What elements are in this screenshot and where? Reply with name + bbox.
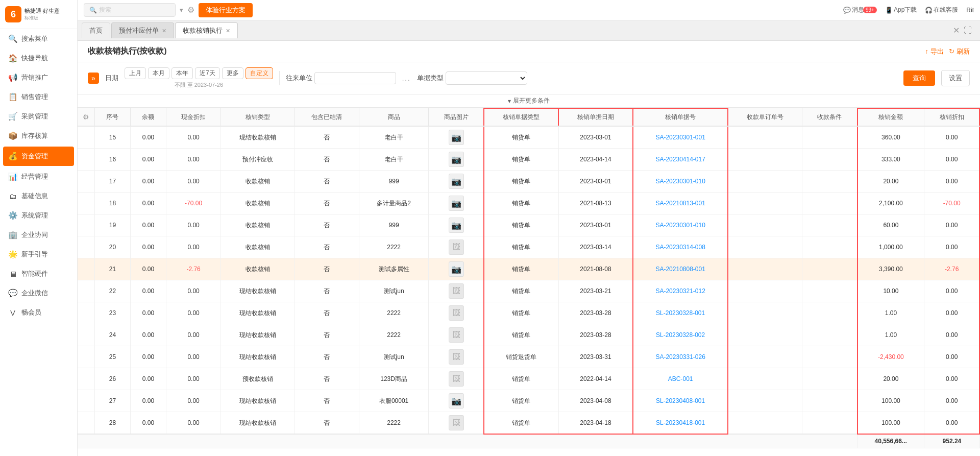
- sidebar-item-finance[interactable]: 💰 资金管理: [3, 147, 74, 166]
- table-row[interactable]: 27 0.00 0.00 现结收款核销 否 衣服00001 📷 销货单 2023…: [78, 390, 979, 412]
- sidebar-item-marketing[interactable]: 📢 营销推广: [0, 68, 77, 87]
- table-row[interactable]: 26 0.00 0.00 预收款核销 否 123D商品 🖼 销货单 2022-0…: [78, 368, 979, 390]
- cell-bill-report-no[interactable]: SA-20230301-010: [633, 214, 728, 236]
- table-row[interactable]: 24 0.00 0.00 现结收款核销 否 2222 🖼 销货单 2023-03…: [78, 324, 979, 346]
- date-this-year[interactable]: 本年: [172, 67, 193, 79]
- cell-bill-report-no[interactable]: SL-20230408-001: [633, 390, 728, 412]
- bill-report-no-link[interactable]: SA-20210808-001: [655, 266, 705, 273]
- filter-expand-btn[interactable]: »: [88, 73, 99, 84]
- refresh-btn[interactable]: ↻ 刷新: [949, 47, 970, 56]
- cell-bill-report-no[interactable]: SA-20230321-012: [633, 280, 728, 302]
- bill-report-no-link[interactable]: SA-20230321-012: [655, 287, 705, 295]
- cell-bill-report-no[interactable]: SA-20230414-017: [633, 149, 728, 171]
- counterpart-input[interactable]: [314, 72, 396, 84]
- bill-report-no-link[interactable]: SA-20230414-017: [655, 156, 705, 163]
- bill-report-no-link[interactable]: SA-20230301-001: [655, 134, 705, 141]
- cell-bill-report-no[interactable]: SA-20230301-001: [633, 126, 728, 149]
- table-row[interactable]: 20 0.00 0.00 收款核销 否 2222 🖼 销货单 2023-03-1…: [78, 236, 979, 258]
- table-row[interactable]: 22 0.00 0.00 现结收款核销 否 测试jun 🖼 销货单 2023-0…: [78, 280, 979, 302]
- bill-report-no-link[interactable]: SA-20230301-010: [655, 178, 705, 185]
- expand-more-btn[interactable]: ▾ 展开更多条件: [508, 97, 550, 105]
- table-row[interactable]: 23 0.00 0.00 现结收款核销 否 2222 🖼 销货单 2023-03…: [78, 302, 979, 324]
- cell-bill-report-no[interactable]: SA-20210808-001: [633, 258, 728, 280]
- table-container[interactable]: ⚙ 序号 余额 现金折扣 核销类型 包含已结清 商品 商品图片 核销单据类型 核…: [78, 108, 980, 456]
- cell-bill-report-no[interactable]: SL-20230418-001: [633, 412, 728, 435]
- bill-report-no-link[interactable]: SL-20230408-001: [656, 397, 705, 404]
- sidebar-item-sales[interactable]: 📋 销售管理: [0, 87, 77, 107]
- filter-bar: » 日期 上月 本月 本年 近7天 更多 自定义 不限 至 2023-07-26…: [78, 62, 980, 94]
- bill-report-no-link[interactable]: SA-20210813-001: [655, 200, 705, 207]
- query-btn[interactable]: 查询: [903, 70, 935, 86]
- tab-prepay[interactable]: 预付冲应付单 ✕: [111, 22, 174, 38]
- sidebar-item-guide[interactable]: 🌟 新手引导: [0, 245, 77, 264]
- main-table: ⚙ 序号 余额 现金折扣 核销类型 包含已结清 商品 商品图片 核销单据类型 核…: [78, 108, 980, 448]
- date-this-month[interactable]: 本月: [148, 67, 169, 79]
- cell-bill-report-date: 2023-03-21: [558, 280, 633, 302]
- col-settings-btn[interactable]: ⚙: [83, 113, 89, 121]
- bill-report-no-link[interactable]: SA-20230331-026: [655, 353, 705, 361]
- cell-bill-report-no[interactable]: ABC-001: [633, 368, 728, 390]
- sidebar-item-member[interactable]: V 畅会员: [0, 303, 77, 322]
- bill-report-no-link[interactable]: SA-20230301-010: [655, 222, 705, 229]
- industry-btn[interactable]: 体验行业方案: [199, 3, 253, 17]
- sidebar-item-system[interactable]: ⚙️ 系统管理: [0, 206, 77, 225]
- table-row[interactable]: 18 0.00 -70.00 收款核销 否 多计量商品2 📷 销货单 2021-…: [78, 193, 979, 214]
- sidebar-item-basic[interactable]: 🗂 基础信息: [0, 186, 77, 206]
- bill-report-no-link[interactable]: SL-20230418-001: [656, 419, 705, 426]
- sidebar-item-inventory[interactable]: 📦 库存核算: [0, 126, 77, 146]
- dropdown-icon[interactable]: ▾: [180, 6, 183, 14]
- monitor-icon: 🖥: [8, 270, 17, 278]
- date-7days[interactable]: 近7天: [195, 67, 220, 79]
- table-row[interactable]: 21 0.00 -2.76 收款核销 否 测试多属性 📷 销货单 2021-08…: [78, 258, 979, 280]
- sidebar-item-wechat[interactable]: 💬 企业微信: [0, 283, 77, 303]
- table-row[interactable]: 19 0.00 0.00 收款核销 否 999 📷 销货单 2023-03-01…: [78, 214, 979, 236]
- date-last-month[interactable]: 上月: [125, 67, 146, 79]
- bill-report-no-link[interactable]: SA-20230314-008: [655, 244, 705, 251]
- cell-bill-report-no[interactable]: SA-20230301-010: [633, 171, 728, 193]
- tab-home[interactable]: 首页: [82, 22, 110, 38]
- sidebar-item-shortcut[interactable]: 🏠 快捷导航: [0, 49, 77, 68]
- tab-receipt-close[interactable]: ✕: [226, 28, 230, 34]
- cell-bill-report-no[interactable]: SA-20230314-008: [633, 236, 728, 258]
- col-include-cleared: 包含已结清: [295, 108, 359, 126]
- sidebar-item-purchase[interactable]: 🛒 采购管理: [0, 107, 77, 126]
- sidebar-item-corp[interactable]: 🏢 企业协同: [0, 225, 77, 245]
- table-row[interactable]: 25 0.00 0.00 现结收款核销 否 测试jun 🖼 销货退货单 2023…: [78, 346, 979, 368]
- maximize-icon[interactable]: ⛶: [964, 26, 972, 35]
- tab-prepay-close[interactable]: ✕: [162, 28, 166, 34]
- bill-report-no-link[interactable]: ABC-001: [668, 375, 693, 382]
- sidebar-item-operation[interactable]: 📊 经营管理: [0, 167, 77, 186]
- cell-include-cleared: 否: [295, 302, 359, 324]
- bill-type-select[interactable]: [446, 71, 527, 85]
- bill-report-no-link[interactable]: SL-20230328-001: [656, 309, 705, 317]
- cell-receipt-condition: [802, 149, 857, 171]
- date-custom[interactable]: 自定义: [246, 67, 273, 79]
- cell-receipt-condition: [802, 324, 857, 346]
- cell-cancel-type: 现结收款核销: [221, 390, 295, 412]
- cell-bill-report-no[interactable]: SA-20210813-001: [633, 193, 728, 214]
- export-btn[interactable]: ↑ 导出: [925, 47, 944, 56]
- date-more[interactable]: 更多: [222, 67, 243, 79]
- bill-report-no-link[interactable]: SL-20230328-002: [656, 331, 705, 339]
- cell-bill-report-no[interactable]: SL-20230328-001: [633, 302, 728, 324]
- table-row[interactable]: 15 0.00 0.00 现结收款核销 否 老白干 📷 销货单 2023-03-…: [78, 126, 979, 149]
- settings-icon[interactable]: ⚙: [187, 5, 194, 15]
- col-cancel-type: 核销类型: [221, 108, 295, 126]
- cell-bill-report-no[interactable]: SA-20230331-026: [633, 346, 728, 368]
- settings-btn[interactable]: 设置: [941, 70, 970, 86]
- user-label[interactable]: Rit: [966, 7, 974, 14]
- table-row[interactable]: 28 0.00 0.00 现结收款核销 否 2222 🖼 销货单 2023-04…: [78, 412, 979, 435]
- table-row[interactable]: 17 0.00 0.00 收款核销 否 999 📷 销货单 2023-03-01…: [78, 171, 979, 193]
- cell-bill-report-no[interactable]: SL-20230328-002: [633, 324, 728, 346]
- close-window-icon[interactable]: ✕: [953, 26, 960, 35]
- notification-area[interactable]: 💬 消息 99+: [843, 6, 877, 14]
- table-row[interactable]: 16 0.00 0.00 预付冲应收 否 老白干 📷 销货单 2023-04-1…: [78, 149, 979, 171]
- tab-receipt[interactable]: 收款核销执行 ✕: [175, 22, 238, 38]
- app-download-area[interactable]: 📱 App下载: [885, 6, 917, 14]
- sidebar-item-search[interactable]: 🔍 搜索菜单: [0, 29, 77, 49]
- top-search-bar[interactable]: 🔍 搜索: [84, 3, 176, 17]
- col-settings[interactable]: ⚙: [78, 108, 95, 126]
- online-service-area[interactable]: 🎧 在线客服: [925, 6, 958, 14]
- home-icon: 🏠: [8, 54, 17, 63]
- sidebar-item-hardware[interactable]: 🖥 智能硬件: [0, 264, 77, 283]
